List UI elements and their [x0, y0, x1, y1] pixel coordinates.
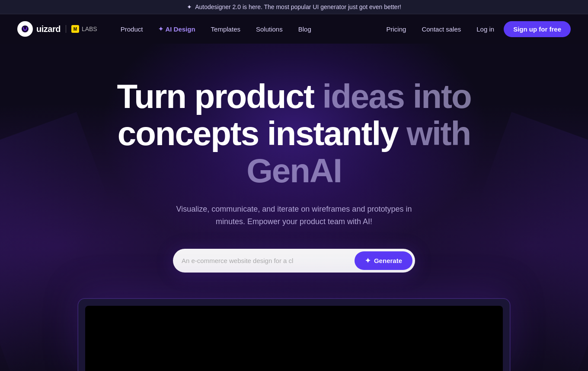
nav-item-ai-design[interactable]: ✦ AI Design — [152, 22, 201, 36]
nav-right: Pricing Contact sales Log in Sign up for… — [380, 21, 571, 37]
generate-container: ✦ Generate — [173, 249, 415, 273]
announcement-text: Autodesigner 2.0 is here. The most popul… — [195, 3, 401, 10]
nav-left: uizard M LABS Product ✦ AI Design Templa… — [17, 21, 317, 37]
pricing-link[interactable]: Pricing — [380, 22, 412, 36]
uizard-logo[interactable]: uizard — [17, 21, 61, 37]
hero-title: Turn product ideas into concepts instant… — [108, 78, 480, 189]
logo-area: uizard M LABS — [17, 21, 97, 37]
sign-up-button[interactable]: Sign up for free — [504, 21, 571, 37]
nav-item-blog[interactable]: Blog — [292, 22, 317, 36]
svg-point-0 — [22, 25, 29, 32]
miro-icon: M — [71, 25, 79, 33]
ai-sparkle-icon: ✦ — [158, 25, 163, 32]
device-screen — [85, 306, 503, 371]
nav-menu: Product ✦ AI Design Templates Solutions … — [115, 22, 317, 36]
generate-sparkle-icon: ✦ — [365, 257, 371, 265]
nav-item-solutions[interactable]: Solutions — [250, 22, 289, 36]
generate-button[interactable]: ✦ Generate — [355, 251, 412, 270]
announcement-bar: ✦ Autodesigner 2.0 is here. The most pop… — [0, 0, 588, 14]
hero-title-part2: ideas into — [323, 77, 471, 115]
hero-section: Turn product ideas into concepts instant… — [0, 44, 588, 371]
nav-item-templates[interactable]: Templates — [205, 22, 246, 36]
hero-content: Turn product ideas into concepts instant… — [99, 78, 489, 298]
generate-input[interactable] — [182, 257, 355, 264]
device-mockup — [78, 298, 510, 371]
logo-icon — [17, 21, 33, 37]
miro-label: LABS — [82, 25, 97, 32]
login-link[interactable]: Log in — [470, 22, 500, 36]
nav-item-product[interactable]: Product — [115, 22, 149, 36]
hero-subtitle: Visualize, communicate, and iterate on w… — [164, 203, 424, 228]
contact-sales-link[interactable]: Contact sales — [415, 22, 467, 36]
navigation: uizard M LABS Product ✦ AI Design Templa… — [0, 14, 588, 44]
hero-title-part1: Turn product — [117, 77, 313, 115]
logo-name: uizard — [36, 24, 61, 34]
sparkle-icon: ✦ — [187, 3, 192, 10]
miro-badge: M LABS — [66, 25, 97, 33]
hero-title-part3: concepts instantly — [118, 114, 398, 152]
generate-button-label: Generate — [374, 257, 402, 264]
